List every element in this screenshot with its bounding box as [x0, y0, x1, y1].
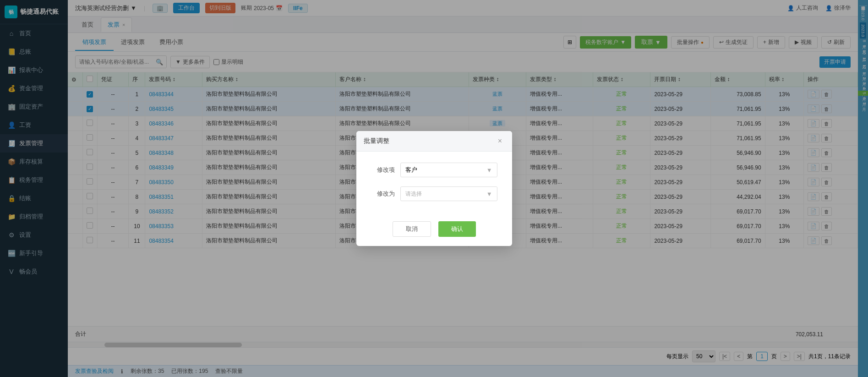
modal-footer: 取消 确认: [356, 218, 512, 246]
field-dropdown-icon: ▼: [486, 167, 492, 174]
modal-overlay: 批量调整 × 修改项 客户 ▼ 修改为 请选择 ▼ 取消 确认: [0, 0, 868, 377]
modify-field-value: 客户: [405, 166, 417, 174]
modify-field-row: 修改项 客户 ▼: [371, 163, 497, 177]
modal-confirm-btn[interactable]: 确认: [438, 221, 476, 237]
modal-title: 批量调整: [364, 137, 389, 145]
modal-cancel-btn[interactable]: 取消: [393, 221, 431, 237]
modify-to-placeholder: 请选择: [405, 190, 422, 198]
modify-field-select[interactable]: 客户 ▼: [400, 163, 497, 177]
modal-body: 修改项 客户 ▼ 修改为 请选择 ▼: [356, 152, 512, 218]
batch-adjust-modal: 批量调整 × 修改项 客户 ▼ 修改为 请选择 ▼ 取消 确认: [356, 131, 512, 246]
modal-header: 批量调整 ×: [356, 131, 512, 152]
modify-to-row: 修改为 请选择 ▼: [371, 186, 497, 201]
modify-to-label: 修改为: [371, 190, 395, 198]
modify-to-select[interactable]: 请选择 ▼: [400, 186, 497, 201]
modify-field-label: 修改项: [371, 166, 395, 174]
to-dropdown-icon: ▼: [486, 191, 492, 197]
modal-close-btn[interactable]: ×: [496, 137, 505, 146]
